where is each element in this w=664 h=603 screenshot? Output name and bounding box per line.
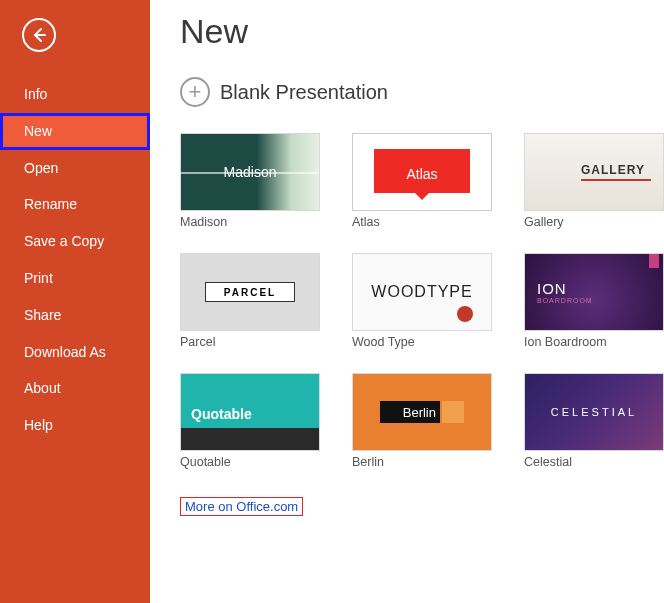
- thumb-text: Atlas: [406, 166, 437, 182]
- template-caption: Parcel: [180, 335, 320, 349]
- template-gallery[interactable]: GALLERY Gallery: [524, 133, 664, 229]
- plus-icon: +: [180, 77, 210, 107]
- sidebar-item-rename[interactable]: Rename: [0, 186, 150, 223]
- thumb-text: ION: [537, 280, 567, 297]
- sidebar: Info New Open Rename Save a Copy Print S…: [0, 0, 150, 603]
- template-caption: Wood Type: [352, 335, 492, 349]
- nav-list: Info New Open Rename Save a Copy Print S…: [0, 76, 150, 444]
- back-arrow-icon: [30, 26, 48, 44]
- sidebar-item-share[interactable]: Share: [0, 297, 150, 334]
- page-title: New: [180, 12, 654, 51]
- sidebar-item-info[interactable]: Info: [0, 76, 150, 113]
- sidebar-item-download-as[interactable]: Download As: [0, 334, 150, 371]
- template-caption: Gallery: [524, 215, 664, 229]
- thumb-text: WOODTYPE: [371, 283, 472, 301]
- template-berlin[interactable]: Berlin Berlin: [352, 373, 492, 469]
- sidebar-item-open[interactable]: Open: [0, 150, 150, 187]
- template-caption: Atlas: [352, 215, 492, 229]
- thumb-text: Berlin: [380, 401, 440, 423]
- thumb-text: GALLERY: [581, 163, 651, 177]
- sidebar-item-new[interactable]: New: [0, 113, 150, 150]
- sidebar-item-save-copy[interactable]: Save a Copy: [0, 223, 150, 260]
- template-thumb: Berlin: [352, 373, 492, 451]
- thumb-subtext: BOARDROOM: [537, 297, 593, 304]
- template-atlas[interactable]: Atlas Atlas: [352, 133, 492, 229]
- more-on-office-link[interactable]: More on Office.com: [180, 497, 303, 516]
- template-caption: Celestial: [524, 455, 664, 469]
- underline-decoration: [581, 179, 651, 181]
- template-caption: Berlin: [352, 455, 492, 469]
- blank-presentation-label: Blank Presentation: [220, 81, 388, 104]
- template-parcel[interactable]: PARCEL Parcel: [180, 253, 320, 349]
- sidebar-item-print[interactable]: Print: [0, 260, 150, 297]
- template-grid: Madison Madison Atlas Atlas GALLERY Gall…: [180, 133, 654, 469]
- seal-icon: [457, 306, 473, 322]
- template-madison[interactable]: Madison Madison: [180, 133, 320, 229]
- square-decoration: [442, 401, 464, 423]
- template-woodtype[interactable]: WOODTYPE Wood Type: [352, 253, 492, 349]
- thumb-text: PARCEL: [205, 282, 295, 302]
- template-thumb: CELESTIAL: [524, 373, 664, 451]
- sidebar-item-about[interactable]: About: [0, 370, 150, 407]
- template-thumb: WOODTYPE: [352, 253, 492, 331]
- template-quotable[interactable]: Quotable Quotable: [180, 373, 320, 469]
- main-content: New + Blank Presentation Madison Madison…: [150, 0, 664, 603]
- thumb-text: CELESTIAL: [551, 406, 637, 418]
- template-thumb: Madison: [180, 133, 320, 211]
- corner-decoration: [649, 254, 659, 268]
- template-thumb: Atlas: [352, 133, 492, 211]
- back-button[interactable]: [22, 18, 56, 52]
- template-thumb: GALLERY: [524, 133, 664, 211]
- template-thumb: ION BOARDROOM: [524, 253, 664, 331]
- blank-presentation-button[interactable]: + Blank Presentation: [180, 77, 654, 107]
- thumb-text: Madison: [224, 164, 277, 180]
- sidebar-item-help[interactable]: Help: [0, 407, 150, 444]
- template-ion-boardroom[interactable]: ION BOARDROOM Ion Boardroom: [524, 253, 664, 349]
- thumb-text: Quotable: [191, 406, 252, 422]
- template-caption: Quotable: [180, 455, 320, 469]
- template-celestial[interactable]: CELESTIAL Celestial: [524, 373, 664, 469]
- bottom-band: [181, 428, 319, 450]
- template-caption: Madison: [180, 215, 320, 229]
- template-thumb: PARCEL: [180, 253, 320, 331]
- template-thumb: Quotable: [180, 373, 320, 451]
- template-caption: Ion Boardroom: [524, 335, 664, 349]
